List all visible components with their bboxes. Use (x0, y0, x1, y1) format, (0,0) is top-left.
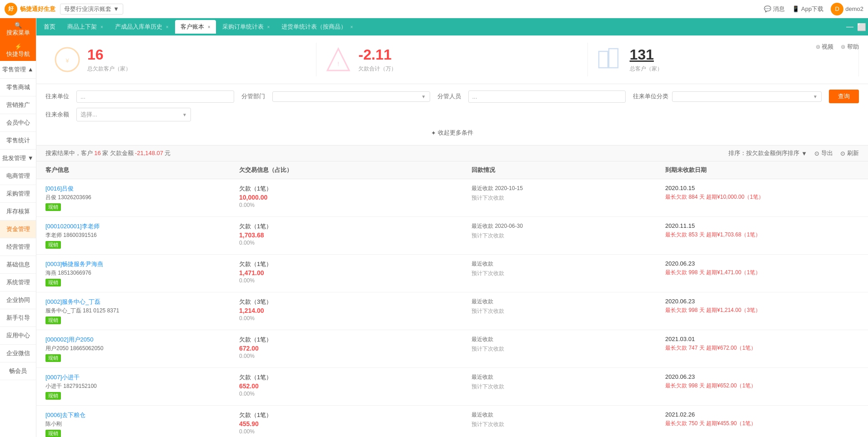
repay-next-2: 预计下次收款 (472, 270, 665, 277)
sidebar-item-purchase[interactable]: 采购管理 (0, 185, 36, 203)
tab-purchase-stats[interactable]: 进货单统计表（按商品） × (276, 20, 358, 34)
customer-tag-3: 现销 (45, 316, 61, 324)
page-content: ¥ 16 总欠款客户（家） ! (36, 35, 868, 437)
table-row: [0007]小进干 小进干 18279152100 现销 欠款（1笔） 652.… (36, 368, 868, 406)
overdue-detail-2[interactable]: 最长欠款 998 天 超期¥1,471.00（1笔） (665, 269, 859, 276)
sidebar-item-member[interactable]: 会员中心 (0, 114, 36, 132)
collapse-button[interactable]: ✦ 收起更多条件 (45, 126, 859, 140)
debt-amount-6: 455.90 (239, 420, 472, 427)
stat-card-debt-amount: ! -2.11 欠款合计（万） (316, 43, 587, 76)
sidebar-nav[interactable]: ⚡ 快捷导航 (0, 40, 36, 61)
tab-product-listing[interactable]: 商品上下架 × (62, 20, 109, 34)
search-button[interactable]: 查询 (829, 90, 859, 103)
search-icon: 🔍 (15, 22, 22, 29)
col-customer-0: [0016]吕俊 吕俊 13026203696 现销 (45, 185, 239, 211)
sidebar-item-wechat[interactable]: 企业微信 (0, 345, 36, 362)
collapse-label: 收起更多条件 (438, 129, 473, 137)
debt-amount-label: 欠款合计（万） (358, 65, 396, 73)
repay-next-5: 预计下次收款 (472, 383, 665, 391)
overdue-detail-0[interactable]: 最长欠款 884 天 超期¥10,000.00（1笔） (665, 193, 859, 201)
sidebar-item-operations[interactable]: 经营管理 (0, 238, 36, 256)
sidebar-item-system[interactable]: 系统管理 (0, 274, 36, 291)
export-button[interactable]: ⊙ 导出 (814, 149, 833, 157)
overdue-date-1: 2020.11.15 (665, 222, 859, 229)
sidebar-item-appstore[interactable]: 应用中心 (0, 327, 36, 345)
top-bar-left: 好 畅捷通好生意 母婴行业演示账套 ▼ (5, 3, 123, 15)
video-button[interactable]: ⊙ 视频 (816, 43, 834, 51)
tab-expand-icon[interactable]: ⬜ (857, 23, 866, 31)
sidebar-item-retail-stats[interactable]: 零售统计 (0, 132, 36, 150)
tab-label: 客户账本 (181, 23, 204, 31)
sidebar-item-label: 系统管理 (6, 279, 30, 286)
filter-unit-class-select[interactable]: ▼ (672, 91, 822, 102)
tab-close-icon[interactable]: × (350, 25, 353, 30)
tab-label: 商品上下架 (67, 23, 97, 31)
customer-link-2[interactable]: [0003]畅捷服务尹海燕 (45, 261, 103, 267)
repay-last-1: 最近收款 2020-06-30 (472, 222, 665, 230)
sidebar-item-enterprise[interactable]: 企业协同 (0, 291, 36, 309)
tab-close-icon[interactable]: × (100, 25, 103, 30)
overdue-detail-3[interactable]: 最长欠款 998 天 超期¥1,214.00（3笔） (665, 306, 859, 314)
customer-link-1[interactable]: [0001020001]李老师 (45, 223, 100, 230)
app-download-button[interactable]: 📱 App下载 (792, 5, 823, 13)
customer-tag-5: 现销 (45, 392, 61, 400)
tab-product-history[interactable]: 产成品入库单历史 × (110, 20, 174, 34)
sidebar-item-wholesale[interactable]: 批发管理 ▼ (0, 150, 36, 167)
sidebar-item-retail-management[interactable]: 零售管理 ▲ (0, 61, 36, 79)
debt-percent-3: 0.00% (239, 315, 472, 321)
tab-customer-account[interactable]: 客户账本 × (175, 20, 216, 34)
tab-home-label: 首页 (44, 23, 55, 30)
debt-amount-2: 1,471.00 (239, 269, 472, 276)
store-selector[interactable]: 母婴行业演示账套 ▼ (60, 4, 123, 15)
filter-person-input[interactable]: ... (468, 90, 626, 103)
sidebar-item-label: 基础信息 (6, 261, 30, 268)
overdue-date-4: 2021.03.01 (665, 336, 859, 342)
sidebar-item-ecommerce[interactable]: 电商管理 (0, 167, 36, 185)
sidebar-item-beginner[interactable]: 新手引导 (0, 309, 36, 327)
tab-close-icon[interactable]: × (166, 25, 169, 30)
debt-amount-info: -2.11 欠款合计（万） (358, 46, 396, 73)
debt-count-1: 欠款（1笔） (239, 222, 472, 231)
sidebar-item-retail-mall[interactable]: 零售商城 (0, 79, 36, 96)
results-count-unit: 家 (102, 150, 108, 156)
repay-last-0: 最近收款 2020-10-15 (472, 185, 665, 192)
sidebar-search[interactable]: 🔍 搜索菜单 (0, 18, 36, 40)
col-overdue-5: 2020.06.23 最长欠款 998 天 超期¥652.00（1笔） (665, 373, 859, 390)
tab-home[interactable]: 首页 (38, 20, 61, 34)
filter-unit-input[interactable]: ... (76, 90, 234, 103)
tab-close-icon[interactable]: × (267, 25, 270, 30)
sidebar-item-marketing[interactable]: 营销推广 (0, 96, 36, 114)
overdue-detail-1[interactable]: 最长欠款 853 天 超期¥1,703.68（1笔） (665, 231, 859, 239)
sidebar-item-member-plus[interactable]: 畅会员 (0, 362, 36, 380)
overdue-detail-6[interactable]: 最长欠款 750 天 超期¥455.90（1笔） (665, 420, 859, 427)
tab-purchase-order[interactable]: 采购订单统计表 × (217, 20, 276, 34)
overdue-detail-4[interactable]: 最长欠款 747 天 超期¥672.00（1笔） (665, 344, 859, 352)
sidebar-item-finance[interactable]: 资金管理 (0, 221, 36, 238)
col-debt-1: 欠款（1笔） 1,703.68 0.00% (239, 222, 472, 246)
customer-link-4[interactable]: [000002]用户2050 (45, 336, 94, 343)
tab-minus-icon[interactable]: — (846, 23, 853, 31)
filter-balance-select[interactable]: 选择... ▼ (76, 108, 191, 121)
user-menu[interactable]: D demo2 (831, 3, 863, 15)
customer-link-0[interactable]: [0016]吕俊 (45, 185, 74, 192)
help-button[interactable]: ⊙ 帮助 (841, 43, 859, 51)
sort-selector[interactable]: 排序：按欠款金额倒序排序 ▼ (728, 149, 807, 157)
sidebar-item-label: 零售商城 (6, 84, 30, 90)
refresh-label: 刷新 (847, 149, 859, 157)
filter-dept-select[interactable]: ▼ (272, 91, 430, 102)
customer-link-5[interactable]: [0007]小进干 (45, 374, 80, 381)
col-overdue-6: 2021.02.26 最长欠款 750 天 超期¥455.90（1笔） (665, 411, 859, 427)
tab-close-icon[interactable]: × (208, 25, 211, 30)
customer-link-6[interactable]: [0006]去下粮仓 (45, 412, 85, 418)
message-button[interactable]: 💬 消息 (764, 5, 785, 13)
table-row: [0001020001]李老师 李老师 18600391516 现销 欠款（1笔… (36, 217, 868, 255)
overdue-date-3: 2020.06.23 (665, 298, 859, 305)
sidebar-item-basic-info[interactable]: 基础信息 (0, 256, 36, 274)
debt-percent-6: 0.00% (239, 428, 472, 435)
refresh-button[interactable]: ⊙ 刷新 (840, 149, 859, 157)
customer-link-3[interactable]: [0002]服务中心_丁磊 (45, 298, 100, 305)
overdue-detail-5[interactable]: 最长欠款 998 天 超期¥652.00（1笔） (665, 382, 859, 390)
debtors-label: 总欠款客户（家） (87, 65, 131, 73)
sidebar-item-label: 零售管理 ▲ (2, 66, 33, 73)
sidebar-item-inventory[interactable]: 库存核算 (0, 203, 36, 221)
